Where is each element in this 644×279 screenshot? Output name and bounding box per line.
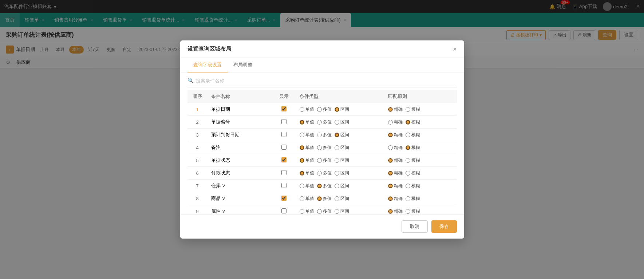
modal-tabs: 查询字段设置 布局调整 [180,58,464,69]
modal-header: 设置查询区域布局 × [180,40,464,58]
modal-tab-layout[interactable]: 布局调整 [228,58,258,69]
modal-tab-query-fields-label: 查询字段设置 [193,62,222,67]
modal-dialog: 设置查询区域布局 × 查询字段设置 布局调整 🔍 [180,40,464,69]
modal-title: 设置查询区域布局 [187,46,231,52]
modal-close-button[interactable]: × [453,46,457,52]
modal-overlay: 设置查询区域布局 × 查询字段设置 布局调整 🔍 [0,0,644,69]
modal-tab-layout-label: 布局调整 [233,62,252,67]
modal-tab-query-fields[interactable]: 查询字段设置 [187,58,228,69]
